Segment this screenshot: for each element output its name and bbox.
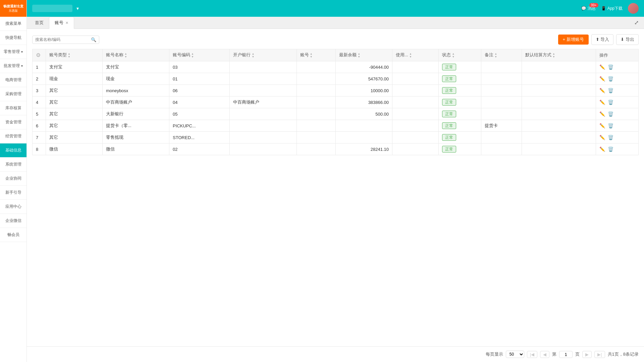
sidebar-item-2[interactable]: 零售管理 ▾ <box>0 45 26 59</box>
delete-icon[interactable]: 🗑️ <box>608 111 613 117</box>
row-bank <box>230 108 297 120</box>
row-code: PICKUPC... <box>169 120 230 132</box>
row-type: 其它 <box>46 97 103 108</box>
last-page-button[interactable]: ▶| <box>594 351 605 358</box>
row-index: 8 <box>33 143 46 155</box>
edit-icon[interactable]: ✏️ <box>599 88 605 93</box>
sidebar-item-11[interactable]: 企业协同 <box>0 172 26 186</box>
col-header-6[interactable]: 使用...▲▼ <box>392 49 439 61</box>
sidebar: 畅捷通财生意 乐惠版 搜索菜单快捷导航零售管理 ▾批发管理 ▾电商管理采购管理库… <box>0 0 27 362</box>
sidebar-item-6[interactable]: 库存核算 <box>0 101 26 115</box>
row-actions: ✏️ 🗑️ <box>596 132 639 143</box>
tab-1[interactable]: 账号✕ <box>49 17 74 29</box>
sidebar-item-9[interactable]: 基础信息 <box>0 143 26 158</box>
row-actions: ✏️ 🗑️ <box>596 73 639 85</box>
row-name: 微信 <box>102 143 169 155</box>
col-header-3[interactable]: 开户银行▲▼ <box>230 49 297 61</box>
col-header-5[interactable]: 最新余额▲▼ <box>336 49 392 61</box>
edit-icon[interactable]: ✏️ <box>599 76 605 81</box>
row-code: 06 <box>169 85 230 97</box>
sidebar-item-1[interactable]: 快捷导航 <box>0 31 26 45</box>
topbar-dropdown-icon[interactable]: ▾ <box>76 6 79 11</box>
search-icon[interactable]: 🔍 <box>91 37 96 42</box>
edit-icon[interactable]: ✏️ <box>599 135 605 140</box>
avatar[interactable] <box>628 3 639 14</box>
sidebar-item-8[interactable]: 经营管理 <box>0 129 26 143</box>
row-default-payment <box>522 73 596 85</box>
row-status: 正常 <box>439 120 481 132</box>
sidebar-item-12[interactable]: 新手引导 <box>0 186 26 200</box>
import-button[interactable]: ⬆ 导入 <box>591 34 614 45</box>
sidebar-item-7[interactable]: 资金管理 <box>0 115 26 129</box>
settings-icon[interactable]: ⚙ <box>36 52 41 58</box>
sidebar-item-15[interactable]: 畅会员 <box>0 228 26 242</box>
row-index: 2 <box>33 73 46 85</box>
pagination-bar: 每页显示 50 20 100 |◀ ◀ 第 页 ▶ ▶| 共1页，8条记录 <box>27 346 644 362</box>
col-header-0[interactable]: 账号类型▲▼ <box>46 49 103 61</box>
delete-icon[interactable]: 🗑️ <box>608 123 613 128</box>
row-usage <box>392 97 439 108</box>
row-balance <box>336 120 392 132</box>
row-status: 正常 <box>439 85 481 97</box>
row-bank <box>230 120 297 132</box>
delete-icon[interactable]: 🗑️ <box>608 76 613 81</box>
delete-icon[interactable]: 🗑️ <box>608 88 613 93</box>
col-header-10[interactable]: 操作 <box>596 49 639 61</box>
row-account <box>297 143 336 155</box>
page-size-select[interactable]: 50 20 100 <box>506 351 524 358</box>
toolbar: 🔍 + 新增账号 ⬆ 导入 ⬇ 导出 <box>32 34 639 45</box>
app-download-button[interactable]: 📱 App下载 <box>601 6 623 11</box>
tab-close-1[interactable]: ✕ <box>65 21 68 25</box>
page-suffix: 页 <box>575 351 580 357</box>
sidebar-item-5[interactable]: 采购管理 <box>0 87 26 101</box>
row-bank <box>230 85 297 97</box>
col-header-9[interactable]: 默认结算方式▲▼ <box>522 49 596 61</box>
row-index: 5 <box>33 108 46 120</box>
col-header-8[interactable]: 备注▲▼ <box>481 49 522 61</box>
edit-icon[interactable]: ✏️ <box>599 123 605 128</box>
edit-icon[interactable]: ✏️ <box>599 146 605 152</box>
page-number-input[interactable] <box>559 351 573 358</box>
delete-icon[interactable]: 🗑️ <box>608 146 613 152</box>
row-usage <box>392 108 439 120</box>
sidebar-item-0[interactable]: 搜索菜单 <box>0 17 26 31</box>
delete-icon[interactable]: 🗑️ <box>608 135 613 140</box>
sidebar-item-13[interactable]: 应用中心 <box>0 200 26 214</box>
row-name: 现金 <box>102 73 169 85</box>
edit-icon[interactable]: ✏️ <box>599 100 605 105</box>
topbar: ▾ 💬 消息 99+ 📱 App下载 <box>27 0 644 17</box>
search-input[interactable] <box>35 37 89 42</box>
next-page-button[interactable]: ▶ <box>582 351 592 358</box>
col-header-4[interactable]: 账号▲▼ <box>297 49 336 61</box>
message-button[interactable]: 💬 消息 99+ <box>581 6 596 11</box>
message-badge: 99+ <box>589 3 598 7</box>
row-status: 正常 <box>439 143 481 155</box>
row-code: 05 <box>169 108 230 120</box>
tab-expand-icon[interactable]: ⤢ <box>632 18 641 27</box>
status-badge: 正常 <box>442 75 456 82</box>
topbar-search-input[interactable] <box>32 5 72 12</box>
sidebar-item-10[interactable]: 系统管理 <box>0 158 26 172</box>
delete-icon[interactable]: 🗑️ <box>608 100 613 105</box>
sidebar-item-4[interactable]: 电商管理 <box>0 73 26 87</box>
col-header-1[interactable]: 账号名称▲▼ <box>102 49 169 61</box>
app-label: App下载 <box>607 6 623 11</box>
edit-icon[interactable]: ✏️ <box>599 111 605 117</box>
settings-column-header[interactable]: ⚙ <box>33 49 46 61</box>
tab-0[interactable]: 首页 <box>30 17 49 28</box>
add-account-button[interactable]: + 新增账号 <box>558 35 589 45</box>
sidebar-item-14[interactable]: 企业微信 <box>0 214 26 228</box>
col-header-2[interactable]: 账号编码▲▼ <box>169 49 230 61</box>
first-page-button[interactable]: |◀ <box>527 351 537 358</box>
delete-icon[interactable]: 🗑️ <box>608 64 613 70</box>
export-button[interactable]: ⬇ 导出 <box>616 34 639 45</box>
row-usage <box>392 61 439 73</box>
tab-label-1: 账号 <box>55 20 63 26</box>
row-status: 正常 <box>439 73 481 85</box>
prev-page-button[interactable]: ◀ <box>540 351 549 358</box>
edit-icon[interactable]: ✏️ <box>599 64 605 70</box>
table-row: 4其它中百商场账户04中百商场账户383866.00正常 ✏️ 🗑️ <box>33 97 639 108</box>
row-code: 02 <box>169 143 230 155</box>
col-header-7[interactable]: 状态▲▼ <box>439 49 481 61</box>
sidebar-item-3[interactable]: 批发管理 ▾ <box>0 59 26 73</box>
